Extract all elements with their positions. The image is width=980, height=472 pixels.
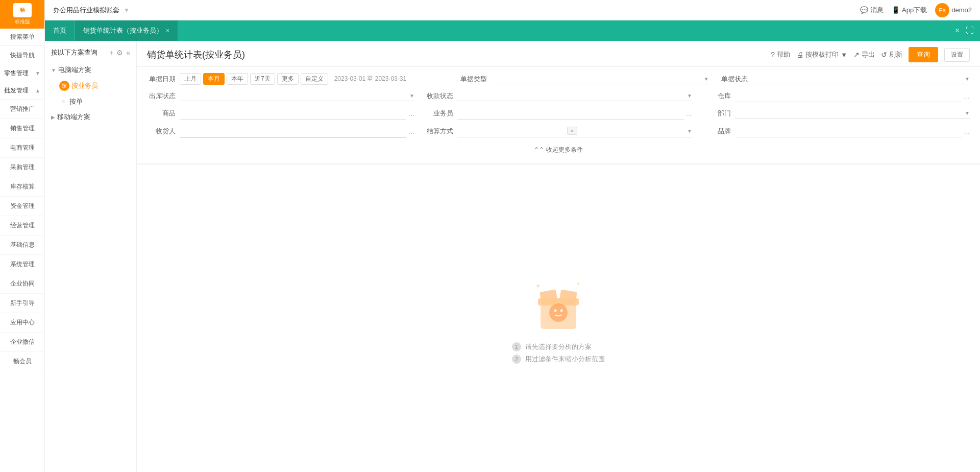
date-range-display: 2023-03-01 至 2023-03-31: [334, 75, 406, 83]
svg-point-4: [549, 303, 568, 322]
quick-nav[interactable]: 快捷导航: [0, 46, 44, 65]
refresh-button[interactable]: ↺ 刷新: [881, 50, 902, 59]
collapse-row: ⌃⌃ 收起更多条件: [147, 143, 970, 157]
wholesale-label: 批发管理: [4, 86, 29, 95]
date-more-btn[interactable]: 更多: [277, 73, 299, 85]
filter-area: 单据日期 上月 本月 本年 近7天 更多 自定义 2023-03-01 至 20…: [137, 67, 980, 164]
collection-select[interactable]: ▼: [457, 91, 692, 101]
collapse-label: 收起更多条件: [546, 146, 583, 153]
left-panel: 按以下方案查询 + ⚙ « ▼ 电脑端方案 按 按业务员 ≡ 按: [45, 41, 137, 472]
sidebar-item-basic[interactable]: 基础信息: [0, 235, 44, 255]
salesperson-scheme-label: 按业务员: [71, 81, 98, 90]
settlement-select[interactable]: × ▼: [457, 125, 692, 137]
tab-sales-stats[interactable]: 销货单统计表（按业务员） ×: [75, 20, 178, 41]
app-download-button[interactable]: 📱 App下载: [892, 6, 927, 15]
tab-close-button[interactable]: ×: [166, 27, 169, 34]
settings-button[interactable]: 设置: [944, 48, 970, 62]
export-button[interactable]: ↗ 导出: [853, 50, 875, 59]
message-button[interactable]: 💬 消息: [860, 6, 884, 15]
sidebar-item-inventory[interactable]: 库存核算: [0, 177, 44, 197]
settlement-clear-btn[interactable]: ×: [571, 128, 574, 134]
sidebar-item-sales[interactable]: 销售管理: [0, 119, 44, 138]
sidebar-item-wechat[interactable]: 企业微信: [0, 333, 44, 352]
brand-input[interactable]: [735, 125, 962, 137]
date-current-month-btn[interactable]: 本月: [203, 73, 225, 85]
sidebar-search[interactable]: 搜索菜单: [0, 29, 44, 46]
settlement-filter-label: 结算方式: [425, 127, 453, 136]
date-7days-btn[interactable]: 近7天: [250, 73, 275, 85]
sidebar-item-wholesale[interactable]: 批发管理 ▲: [0, 82, 44, 100]
ecommerce-label: 电商管理: [10, 144, 35, 152]
department-select[interactable]: ▼: [735, 108, 970, 119]
basic-label: 基础信息: [10, 241, 35, 249]
brand-dots[interactable]: ...: [964, 127, 970, 135]
print-button[interactable]: 🖨 按模板打印 ▼: [796, 50, 847, 59]
goods-input[interactable]: [180, 107, 406, 120]
goods-filter-label: 商品: [147, 109, 176, 118]
filter-item-date: 单据日期 上月 本月 本年 近7天 更多 自定义 2023-03-01 至 20…: [147, 73, 448, 85]
filter-item-delivery: 出库状态 ▼: [147, 91, 414, 101]
print-arrow-icon: ▼: [841, 51, 847, 59]
svg-point-5: [554, 310, 557, 312]
type-select-arrow: ▼: [704, 76, 709, 82]
app-download-icon: 📱: [892, 6, 900, 14]
date-prev-month-btn[interactable]: 上月: [180, 73, 201, 85]
sidebar-item-enterprise[interactable]: 企业协同: [0, 274, 44, 294]
appstore-label: 应用中心: [10, 318, 35, 327]
sidebar-item-system[interactable]: 系统管理: [0, 255, 44, 274]
tree-item-order[interactable]: ≡ 按单: [45, 94, 136, 109]
sidebar-logo[interactable]: 畅 标准版: [0, 0, 45, 29]
tree-pc-scheme[interactable]: ▼ 电脑端方案: [45, 62, 136, 78]
warehouse-dots[interactable]: ...: [964, 92, 970, 100]
finance-label: 资金管理: [10, 202, 35, 210]
status-select[interactable]: ▼: [752, 74, 970, 84]
sidebar-item-member[interactable]: 畅会员: [0, 352, 44, 371]
sidebar-item-marketing[interactable]: 营销推广: [0, 100, 44, 119]
sidebar-item-purchase[interactable]: 采购管理: [0, 158, 44, 177]
salesperson-input[interactable]: [457, 107, 684, 120]
filter-item-settlement: 结算方式 × ▼: [425, 125, 692, 137]
department-select-arrow: ▼: [965, 110, 970, 116]
search-label[interactable]: 搜索菜单: [10, 33, 35, 40]
topbar-dropdown-arrow[interactable]: ▼: [124, 7, 130, 14]
sidebar-item-ecommerce[interactable]: 电商管理: [0, 138, 44, 158]
recipient-dots[interactable]: ...: [408, 127, 414, 135]
collapse-button[interactable]: ⌃⌃ 收起更多条件: [534, 146, 582, 153]
salesperson-dots[interactable]: ...: [686, 109, 692, 117]
purchase-label: 采购管理: [10, 163, 35, 172]
app-download-label: App下载: [902, 6, 927, 15]
recipient-input[interactable]: [180, 125, 406, 137]
sidebar-item-finance[interactable]: 资金管理: [0, 197, 44, 216]
filter-item-warehouse: 仓库 ...: [702, 90, 970, 102]
enterprise-label: 企业协同: [10, 279, 35, 288]
delivery-select-arrow: ▼: [409, 93, 414, 99]
sidebar-item-newbie[interactable]: 新手引导: [0, 294, 44, 313]
settings-scheme-icon[interactable]: ⚙: [116, 49, 123, 57]
goods-dots[interactable]: ...: [408, 109, 414, 117]
filter-item-department: 部门 ▼: [702, 108, 970, 119]
date-custom-btn[interactable]: 自定义: [301, 73, 328, 85]
add-scheme-icon[interactable]: +: [109, 49, 113, 57]
warehouse-input[interactable]: [735, 90, 962, 102]
order-scheme-icon: ≡: [59, 98, 67, 106]
logo-icon: 畅: [13, 3, 32, 17]
user-profile[interactable]: Ea demo2: [935, 3, 972, 17]
department-filter-label: 部门: [702, 109, 731, 118]
help-button[interactable]: ? 帮助: [771, 50, 790, 59]
sidebar-item-operations[interactable]: 经营管理: [0, 216, 44, 235]
date-current-year-btn[interactable]: 本年: [227, 73, 248, 85]
delivery-select[interactable]: ▼: [180, 91, 414, 101]
refresh-label: 刷新: [889, 50, 902, 59]
tab-expand-icon[interactable]: ⛶: [966, 26, 974, 35]
tree-mobile-scheme[interactable]: ▶ 移动端方案: [45, 109, 136, 125]
sidebar-nav: 零售管理 ▼ 批发管理 ▲ 营销推广 销售管理 电商管理 采购管理 库存核算 资…: [0, 65, 44, 371]
tab-home[interactable]: 首页: [45, 20, 75, 41]
right-panel: 销货单统计表(按业务员) ? 帮助 🖨 按模板打印 ▼ ↗ 导出: [137, 41, 980, 472]
tab-close-all-icon[interactable]: ×: [955, 26, 960, 35]
sidebar-item-retail[interactable]: 零售管理 ▼: [0, 65, 44, 82]
query-button[interactable]: 查询: [909, 47, 938, 62]
type-select[interactable]: ▼: [491, 74, 709, 84]
sidebar-item-appstore[interactable]: 应用中心: [0, 313, 44, 333]
tree-item-salesperson[interactable]: 按 按业务员: [45, 78, 136, 94]
collapse-panel-icon[interactable]: «: [126, 49, 130, 57]
